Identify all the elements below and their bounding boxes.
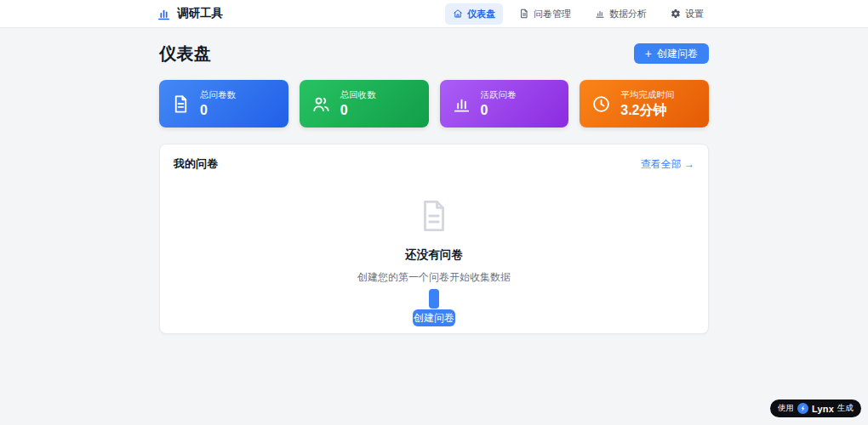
bar-chart-icon xyxy=(595,8,605,19)
nav-item-settings[interactable]: 设置 xyxy=(663,3,711,25)
view-all-link[interactable]: 查看全部 → xyxy=(641,157,694,172)
create-survey-button[interactable]: + 创建问卷 xyxy=(634,43,709,64)
nav-label: 仪表盘 xyxy=(467,8,495,20)
create-survey-button-label: 创建问卷 xyxy=(657,47,698,61)
stat-card-total-surveys: 总问卷数 0 xyxy=(159,80,288,128)
main-nav: 仪表盘 问卷管理 数据分析 xyxy=(445,3,711,25)
bar-chart-icon xyxy=(452,94,471,114)
top-header: 调研工具 仪表盘 问卷管理 xyxy=(0,0,868,28)
my-surveys-panel: 我的问卷 查看全部 → 还没有问卷 创建您的第一个问卷开始收集数据 创建问卷 xyxy=(159,144,709,334)
lynx-logo-icon xyxy=(797,403,808,414)
bar-chart-logo-icon xyxy=(157,7,171,21)
empty-document-icon xyxy=(416,198,452,237)
nav-item-data-analysis[interactable]: 数据分析 xyxy=(587,3,654,25)
stat-value: 3.2分钟 xyxy=(620,103,674,118)
create-survey-button-fragment[interactable] xyxy=(429,289,439,309)
gear-icon xyxy=(671,8,681,19)
my-surveys-title: 我的问卷 xyxy=(174,156,218,172)
stat-value: 0 xyxy=(200,103,236,118)
main-content: 仪表盘 + 创建问卷 总问卷数 0 xyxy=(159,41,709,334)
users-icon xyxy=(311,94,331,114)
document-icon xyxy=(171,94,191,114)
plus-icon: + xyxy=(645,48,652,60)
stat-label: 平均完成时间 xyxy=(620,89,674,101)
stat-label: 总回收数 xyxy=(340,89,376,101)
page-title: 仪表盘 xyxy=(159,42,212,65)
lynx-generated-badge[interactable]: 使用 Lynx 生成 xyxy=(770,400,861,417)
stat-value: 0 xyxy=(481,103,517,118)
badge-prefix: 使用 xyxy=(778,403,794,414)
empty-state-title: 还没有问卷 xyxy=(405,247,463,263)
nav-item-survey-management[interactable]: 问卷管理 xyxy=(511,3,579,25)
home-icon xyxy=(453,8,463,19)
stat-value: 0 xyxy=(340,103,376,118)
badge-brand: Lynx xyxy=(812,404,834,414)
brand: 调研工具 xyxy=(157,6,223,21)
stat-card-avg-completion-time: 平均完成时间 3.2分钟 xyxy=(580,80,709,128)
stat-label: 总问卷数 xyxy=(200,89,236,101)
empty-create-survey-button[interactable]: 创建问卷 xyxy=(413,309,455,326)
clock-icon xyxy=(591,94,611,114)
nav-label: 设置 xyxy=(685,8,704,20)
stat-card-active-surveys: 活跃问卷 0 xyxy=(440,80,569,128)
document-icon xyxy=(519,8,529,19)
stat-card-total-responses: 总回收数 0 xyxy=(300,80,429,128)
nav-label: 问卷管理 xyxy=(534,8,571,20)
nav-label: 数据分析 xyxy=(609,8,647,20)
stat-label: 活跃问卷 xyxy=(481,89,517,101)
stats-row: 总问卷数 0 总回收数 0 活跃问卷 xyxy=(159,80,709,128)
badge-suffix: 生成 xyxy=(837,403,854,414)
empty-state-subtitle: 创建您的第一个问卷开始收集数据 xyxy=(357,270,511,285)
empty-state: 还没有问卷 创建您的第一个问卷开始收集数据 创建问卷 xyxy=(174,172,694,326)
nav-item-dashboard[interactable]: 仪表盘 xyxy=(445,3,503,25)
brand-title: 调研工具 xyxy=(177,6,223,21)
